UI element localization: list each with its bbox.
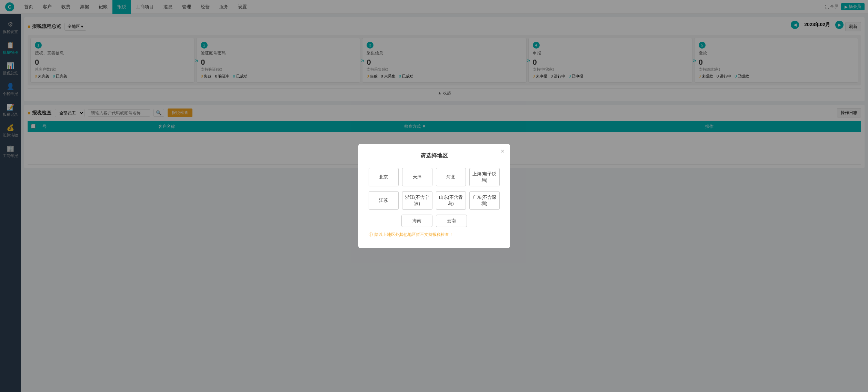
region-btn-shanghai[interactable]: 上海(电子税局) bbox=[469, 168, 500, 186]
region-btn-hainan[interactable]: 海南 bbox=[401, 215, 432, 227]
region-btn-beijing[interactable]: 北京 bbox=[369, 168, 399, 186]
region-select-modal: × 请选择地区 北京 天津 河北 上海(电子税局) 江苏 浙江(不含宁波) 山东… bbox=[358, 144, 510, 248]
region-btn-shandong[interactable]: 山东(不含青岛) bbox=[436, 191, 466, 210]
warning-icon: ⓘ bbox=[369, 232, 373, 238]
region-btn-yunnan[interactable]: 云南 bbox=[436, 215, 467, 227]
region-row-1: 北京 天津 河北 上海(电子税局) bbox=[369, 168, 500, 186]
region-btn-guangdong[interactable]: 广东(不含深圳) bbox=[469, 191, 500, 210]
region-btn-tianjin[interactable]: 天津 bbox=[402, 168, 432, 186]
region-row-3: 海南 云南 bbox=[369, 215, 500, 227]
region-btn-zhejiang[interactable]: 浙江(不含宁波) bbox=[402, 191, 432, 210]
region-btn-jiangsu[interactable]: 江苏 bbox=[369, 191, 399, 210]
region-btn-hebei[interactable]: 河北 bbox=[436, 168, 466, 186]
modal-warning: ⓘ 除以上地区外其他地区暂不支持报税检查！ bbox=[369, 232, 500, 238]
modal-close-button[interactable]: × bbox=[501, 148, 505, 154]
modal-overlay[interactable]: × 请选择地区 北京 天津 河北 上海(电子税局) 江苏 浙江(不含宁波) 山东… bbox=[0, 0, 868, 392]
modal-title: 请选择地区 bbox=[369, 152, 500, 159]
region-row-2: 江苏 浙江(不含宁波) 山东(不含青岛) 广东(不含深圳) bbox=[369, 191, 500, 210]
